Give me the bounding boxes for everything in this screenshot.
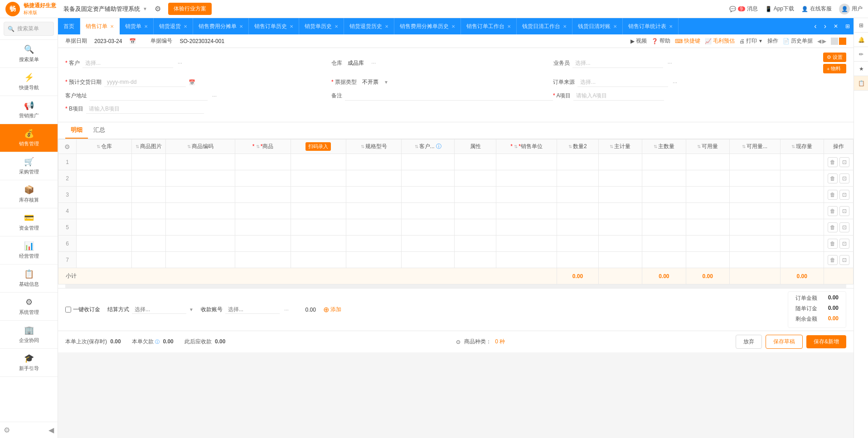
row-scan-5[interactable] (291, 219, 346, 236)
sidebar-item-base-info[interactable]: 📋基础信息 (0, 265, 58, 293)
row-main-qty-2[interactable] (642, 170, 686, 187)
row-unit-1[interactable] (496, 154, 557, 170)
row-main-qty-7[interactable] (642, 252, 686, 268)
row-attr-6[interactable] (455, 236, 496, 252)
nav-left-icon[interactable]: ◀ (817, 38, 821, 44)
tab-close-8[interactable]: ✕ (451, 24, 455, 29)
sidebar-item-guide[interactable]: 🎓新手引导 (0, 349, 58, 377)
row-delete-1[interactable]: 🗑 (828, 157, 838, 167)
tab-12[interactable]: 销售订单统计表✕ (623, 18, 679, 34)
row-attr-2[interactable] (455, 170, 496, 187)
row-unit-7[interactable] (496, 252, 557, 268)
row-avail2-1[interactable] (729, 154, 780, 170)
row-customer-3[interactable] (402, 187, 455, 203)
sidebar-item-sales[interactable]: 💰销售管理 (0, 124, 58, 152)
row-avail-3[interactable] (686, 187, 729, 203)
row-unit-3[interactable] (496, 187, 557, 203)
row-avail2-5[interactable] (729, 219, 780, 236)
staff-input[interactable] (572, 58, 663, 68)
row-stock-5[interactable] (780, 219, 824, 236)
row-warehouse-2[interactable] (77, 170, 132, 187)
row-qty2-7[interactable] (557, 252, 599, 268)
row-delete-4[interactable]: 🗑 (828, 206, 838, 216)
row-scan-7[interactable] (291, 252, 346, 268)
right-float-btn-2[interactable]: 🔔 (854, 33, 868, 47)
row-code-4[interactable] (166, 203, 235, 219)
customer-more-icon[interactable]: ··· (176, 60, 184, 66)
row-avail2-6[interactable] (729, 236, 780, 252)
staff-more-icon[interactable]: ··· (666, 60, 674, 66)
settings-gear-icon[interactable]: ⚙ (64, 143, 70, 150)
row-main-unit-5[interactable] (598, 219, 642, 236)
right-float-btn-4[interactable]: ★ (854, 62, 868, 76)
shortcut-btn[interactable]: ⌨快捷键 (675, 37, 700, 45)
right-float-btn-3[interactable]: ✏ (854, 47, 868, 62)
row-warehouse-5[interactable] (77, 219, 132, 236)
add-payment-btn[interactable]: ⊕ 添加 (323, 305, 341, 314)
tab-close-11[interactable]: ✕ (613, 24, 617, 29)
row-stock-1[interactable] (780, 154, 824, 170)
remark-input[interactable] (345, 91, 553, 101)
row-avail2-3[interactable] (729, 187, 780, 203)
tab-close-6[interactable]: ✕ (335, 24, 338, 29)
tab-3[interactable]: 销货退货✕ (154, 18, 193, 34)
sidebar-item-operation[interactable]: 📊经营管理 (0, 236, 58, 265)
row-unit-5[interactable] (496, 219, 557, 236)
payment-input[interactable] (132, 305, 186, 314)
row-img-2[interactable] (132, 170, 166, 187)
address-input[interactable] (90, 91, 208, 101)
add-goods-btn[interactable]: +物料 (823, 64, 846, 73)
tab-5[interactable]: 销售订单历史✕ (249, 18, 299, 34)
row-stock-4[interactable] (780, 203, 824, 219)
ticket-chevron-icon[interactable]: ▼ (384, 80, 388, 85)
order-source-more-icon[interactable]: ··· (671, 79, 679, 86)
row-copy-4[interactable]: ⊡ (839, 206, 849, 216)
a-project-input[interactable] (573, 91, 664, 101)
settings-btn[interactable]: ⚙设置 (823, 53, 846, 62)
row-main-unit-3[interactable] (598, 187, 642, 203)
row-unit-2[interactable] (496, 170, 557, 187)
row-name-5[interactable] (235, 219, 291, 236)
row-copy-7[interactable]: ⊡ (839, 255, 849, 265)
help-btn[interactable]: ❓帮助 (651, 37, 670, 45)
tab-close-5[interactable]: ✕ (290, 24, 293, 29)
row-code-3[interactable] (166, 187, 235, 203)
tab-0[interactable]: 首页 (58, 18, 80, 34)
tab-close-10[interactable]: ✕ (563, 24, 567, 29)
tab-close-4[interactable]: ✕ (239, 24, 243, 29)
tab-6[interactable]: 销货单历史✕ (299, 18, 344, 34)
one-click-check[interactable] (65, 307, 71, 313)
row-qty2-5[interactable] (557, 219, 599, 236)
row-main-qty-3[interactable] (642, 187, 686, 203)
row-stock-3[interactable] (780, 187, 824, 203)
sidebar-item-inventory[interactable]: 📦库存核算 (0, 180, 58, 208)
row-main-unit-1[interactable] (598, 154, 642, 170)
row-main-unit-6[interactable] (598, 236, 642, 252)
row-avail-7[interactable] (686, 252, 729, 268)
row-delete-6[interactable]: 🗑 (828, 239, 838, 249)
row-name-7[interactable] (235, 252, 291, 268)
search-menu-btn[interactable]: 🔍 搜索菜单 (4, 22, 54, 36)
row-code-2[interactable] (166, 170, 235, 187)
row-main-qty-5[interactable] (642, 219, 686, 236)
right-float-btn-1[interactable]: ⊞ (854, 18, 868, 33)
message-btn[interactable]: 💬 9 消息 (729, 5, 758, 13)
right-float-btn-5[interactable]: 📋 (854, 76, 868, 91)
row-attr-4[interactable] (455, 203, 496, 219)
credit-info-icon[interactable]: ⓘ (155, 339, 160, 344)
tab-9[interactable]: 销售订单工作台✕ (461, 18, 517, 34)
app-download-btn[interactable]: 📱 App下载 (765, 5, 794, 13)
operate-btn[interactable]: 操作 (767, 37, 778, 45)
row-qty2-4[interactable] (557, 203, 599, 219)
tab-7[interactable]: 销货退货历史✕ (344, 18, 394, 34)
row-main-unit-7[interactable] (598, 252, 642, 268)
scan-btn[interactable]: 扫码录入 (305, 142, 331, 151)
row-delete-2[interactable]: 🗑 (828, 173, 838, 183)
row-attr-7[interactable] (455, 252, 496, 268)
row-avail2-7[interactable] (729, 252, 780, 268)
row-img-7[interactable] (132, 252, 166, 268)
row-copy-3[interactable]: ⊡ (839, 190, 849, 200)
solution-button[interactable]: 体验行业方案 (168, 3, 212, 15)
tab-10[interactable]: 钱货日清工作台✕ (517, 18, 572, 34)
user-btn[interactable]: 👤 用户 (839, 4, 863, 14)
